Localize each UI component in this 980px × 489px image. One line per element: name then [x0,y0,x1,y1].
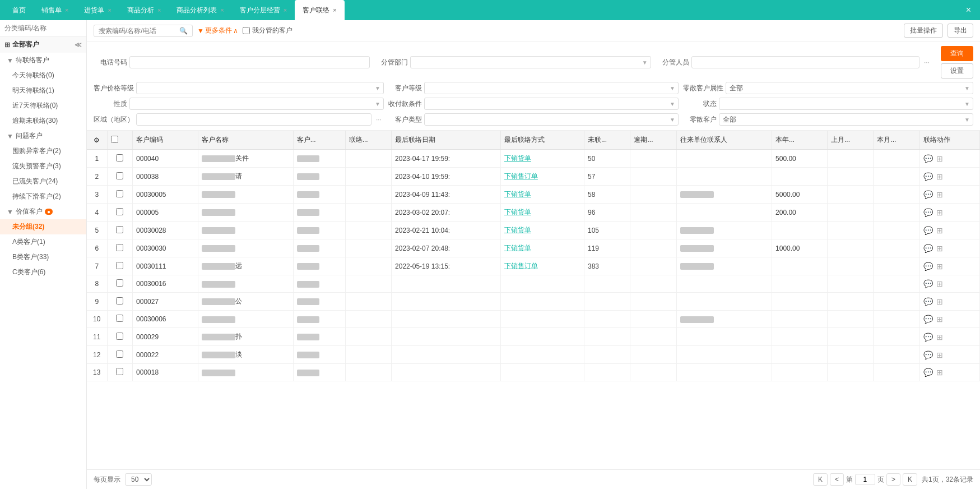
row-checkbox[interactable] [116,172,123,179]
sidebar-item-class-a[interactable]: A类客户(1) [0,234,86,250]
nav-sales[interactable]: 销售单 × [34,0,76,20]
close-purchase-tab[interactable]: × [108,7,111,13]
more-action-icon[interactable]: ⊞ [936,297,943,306]
contact-icon[interactable]: 💬 [923,350,933,359]
nav-customer-stratify[interactable]: 客户分层经营 × [232,0,295,20]
last-month-col-header[interactable]: 上月... [827,131,873,150]
action-col-header[interactable]: 联络动作 [919,131,979,150]
sidebar-item-today-pending[interactable]: 今天待联络(0) [0,68,86,83]
contact-icon[interactable]: 💬 [923,154,933,163]
contact-icon[interactable]: 💬 [923,208,933,217]
last-method-link[interactable]: 下销货单 [504,190,531,198]
batch-operations-btn[interactable]: 批量操作 [904,24,943,38]
phone-input[interactable] [129,56,370,68]
close-customer-stratify-tab[interactable]: × [284,7,287,13]
region-input[interactable] [136,113,371,126]
close-customer-contact-tab[interactable]: × [333,7,336,13]
contact-col-header[interactable]: 联络... [345,131,391,150]
zero-customer-select[interactable]: 全部 [719,113,973,126]
nav-product-analysis[interactable]: 商品分析 × [119,0,169,20]
contact-icon[interactable]: 💬 [923,279,933,288]
sidebar-item-churned[interactable]: 已流失客户(24) [0,174,86,189]
person-more-icon[interactable]: ··· [922,58,932,66]
customer-type-select[interactable] [424,113,679,126]
nav-purchase[interactable]: 进货单 × [76,0,119,20]
row-checkbox[interactable] [116,315,123,322]
last-method-col-header[interactable]: 最后联络方式 [500,131,584,150]
this-year-col-header[interactable]: 本年... [772,131,828,150]
settings-col-header[interactable]: ⚙ [87,131,107,150]
row-checkbox[interactable] [116,333,123,340]
page-size-select[interactable]: 50 [125,473,152,486]
contact-icon[interactable]: 💬 [923,262,933,271]
person-input[interactable] [691,56,919,68]
more-action-icon[interactable]: ⊞ [936,154,943,163]
group-pending-contact[interactable]: ▼ 待联络客户 [0,53,86,68]
group-value-customers[interactable]: ▼ 价值客户 ● [0,204,86,219]
row-checkbox[interactable] [116,154,123,162]
more-action-icon[interactable]: ⊞ [936,172,943,181]
last-page-btn[interactable]: K [903,473,917,486]
sidebar-item-tomorrow-pending[interactable]: 明天待联络(1) [0,83,86,98]
last-method-link[interactable]: 下销售订单 [504,172,538,180]
all-customers-header[interactable]: ⊞ 全部客户 ≪ [0,36,86,53]
last-method-link[interactable]: 下销货单 [504,244,531,252]
query-btn[interactable]: 查询 [941,46,973,61]
search-icon[interactable]: 🔍 [179,27,188,35]
sidebar-item-class-b[interactable]: B类客户(33) [0,250,86,265]
row-checkbox[interactable] [116,368,123,375]
prev-page-btn[interactable]: < [830,473,844,486]
contact-icon[interactable]: 💬 [923,297,933,306]
more-conditions-btn[interactable]: ▼ 更多条件 ∧ [197,26,238,35]
contact-icon[interactable]: 💬 [923,226,933,235]
close-product-analysis-tab[interactable]: × [157,7,161,13]
contact-icon[interactable]: 💬 [923,190,933,199]
contact-icon[interactable]: 💬 [923,368,933,377]
close-sales-tab[interactable]: × [65,7,68,13]
sidebar-item-churn-warning[interactable]: 流失预警客户(3) [0,159,86,174]
nav-customer-contact[interactable]: 客户联络 × [295,0,344,20]
first-page-btn[interactable]: K [813,473,828,486]
sidebar-search-input[interactable] [4,24,87,32]
more-action-icon[interactable]: ⊞ [936,350,943,359]
group-problem-customers[interactable]: ▼ 问题客户 [0,128,86,144]
reset-btn[interactable]: 设置 [941,63,973,79]
more-action-icon[interactable]: ⊞ [936,262,943,271]
overdue-col-header[interactable]: 逾期... [630,131,676,150]
row-checkbox[interactable] [116,226,123,233]
export-btn[interactable]: 导出 [948,24,973,38]
contact-icon[interactable]: 💬 [923,172,933,181]
page-number-input[interactable] [855,474,875,485]
zero-attr-select[interactable]: 全部 [726,82,973,94]
sidebar-item-7day-pending[interactable]: 近7天待联络(0) [0,98,86,113]
price-level-select[interactable] [136,82,384,94]
contacts-person-col-header[interactable]: 往来单位联系人 [676,131,772,150]
row-checkbox[interactable] [116,350,123,358]
code-col-header[interactable]: 客户编码 [133,131,198,150]
more-action-icon[interactable]: ⊞ [936,368,943,377]
sidebar-item-class-c[interactable]: C类客户(6) [0,265,86,280]
more-action-icon[interactable]: ⊞ [936,279,943,288]
close-all-tabs[interactable]: × [962,5,976,15]
next-page-btn[interactable]: > [886,473,900,486]
row-checkbox[interactable] [116,190,123,197]
region-more-icon[interactable]: ··· [374,116,384,123]
row-checkbox[interactable] [116,279,123,287]
last-method-link[interactable]: 下销货单 [504,226,531,234]
last-date-col-header[interactable]: 最后联络日期 [392,131,501,150]
select-all-checkbox[interactable] [111,136,118,143]
nav-home[interactable]: 首页 [4,0,34,20]
sidebar-item-overdue-pending[interactable]: 逾期未联络(30) [0,113,86,128]
checkbox-col-header[interactable] [107,131,133,150]
name-col-header[interactable]: 客户名称 [198,131,293,150]
my-customers-checkbox[interactable] [243,27,250,34]
customer-level-select[interactable] [424,82,679,94]
nav-product-analysis-list[interactable]: 商品分析列表 × [169,0,231,20]
payment-select[interactable] [424,98,679,110]
sidebar-item-declining[interactable]: 持续下滑客户(2) [0,189,86,204]
contact-icon[interactable]: 💬 [923,315,933,324]
last-method-link[interactable]: 下销货单 [504,208,531,216]
contact-icon[interactable]: 💬 [923,244,933,253]
nature-select[interactable] [129,98,384,110]
sidebar-item-ungrouped[interactable]: 未分组(32) [0,219,86,234]
